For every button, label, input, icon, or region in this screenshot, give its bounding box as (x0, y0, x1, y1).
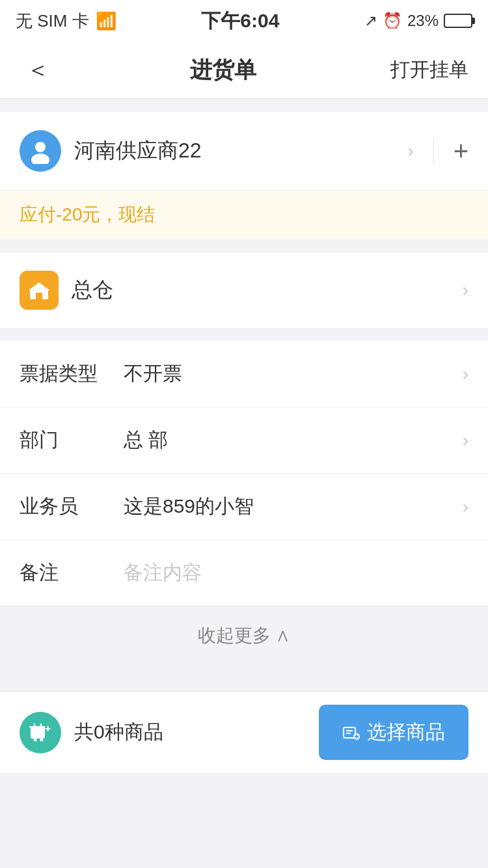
supplier-row[interactable]: 河南供应商22 › + (0, 112, 488, 191)
open-pending-button[interactable]: 打开挂单 (390, 57, 468, 83)
cart-icon: + (28, 720, 53, 745)
department-label: 部门 (20, 427, 111, 454)
alert-banner: 应付-20元，现结 (0, 191, 488, 239)
product-count-text: 共0种商品 (74, 719, 319, 746)
product-icon-bg: + (20, 712, 61, 753)
divider-2 (0, 239, 488, 252)
invoice-type-value: 不开票 (124, 360, 463, 387)
status-left: 无 SIM 卡 📶 (16, 10, 116, 33)
warehouse-icon (27, 278, 51, 302)
svg-point-1 (31, 154, 49, 164)
invoice-type-row[interactable]: 票据类型 不开票 › (0, 341, 488, 407)
invoice-type-chevron-icon: › (463, 364, 468, 385)
select-product-button[interactable]: 选择商品 (319, 705, 468, 760)
add-supplier-button[interactable]: + (454, 137, 468, 166)
remark-value[interactable]: 备注内容 (124, 560, 468, 586)
battery-percent: 23% (407, 12, 439, 30)
status-time: 下午6:04 (201, 8, 279, 34)
battery-icon (444, 14, 472, 28)
salesperson-row[interactable]: 业务员 这是859的小智 › (0, 473, 488, 539)
department-row[interactable]: 部门 总 部 › (0, 407, 488, 473)
back-button[interactable]: ＜ (20, 47, 56, 92)
svg-text:+: + (45, 723, 51, 734)
select-product-label: 选择商品 (367, 719, 445, 746)
supplier-chevron-icon: › (407, 141, 413, 161)
warehouse-section: 总仓 › (0, 252, 488, 328)
svg-marker-3 (29, 282, 49, 290)
collapse-row[interactable]: 收起更多 ∧ (0, 606, 488, 665)
supplier-name: 河南供应商22 (74, 137, 407, 165)
nav-bar: ＜ 进货单 打开挂单 (0, 42, 488, 99)
wifi-icon: 📶 (96, 11, 116, 31)
supplier-vertical-divider (433, 138, 434, 164)
alarm-icon: ⏰ (383, 12, 402, 30)
svg-point-0 (35, 142, 46, 152)
carrier-text: 无 SIM 卡 (16, 10, 89, 33)
salesperson-chevron-icon: › (463, 496, 468, 517)
form-section: 票据类型 不开票 › 部门 总 部 › 业务员 这是859的小智 › 备注 备注… (0, 341, 488, 606)
bottom-bar: + 共0种商品 选择商品 (0, 691, 488, 773)
divider-top (0, 99, 488, 112)
salesperson-label: 业务员 (20, 493, 111, 520)
salesperson-value: 这是859的小智 (124, 493, 463, 520)
remark-label: 备注 (20, 560, 111, 586)
warehouse-icon-bg (20, 271, 59, 310)
supplier-section: 河南供应商22 › + 应付-20元，现结 (0, 112, 488, 239)
status-bar: 无 SIM 卡 📶 下午6:04 ↗ ⏰ 23% (0, 0, 488, 42)
warehouse-name: 总仓 (72, 276, 463, 305)
location-icon: ↗ (364, 12, 377, 30)
svg-rect-5 (31, 727, 45, 739)
svg-point-8 (34, 738, 37, 741)
department-chevron-icon: › (463, 430, 468, 451)
svg-point-9 (40, 738, 44, 741)
divider-4 (0, 665, 488, 678)
collapse-label: 收起更多 ∧ (198, 623, 291, 648)
page-title: 进货单 (190, 55, 256, 85)
supplier-avatar (20, 130, 61, 172)
person-icon (27, 138, 53, 164)
svg-rect-4 (36, 293, 42, 299)
remark-row[interactable]: 备注 备注内容 (0, 539, 488, 606)
select-product-icon (342, 724, 360, 742)
warehouse-chevron-icon: › (463, 280, 468, 301)
invoice-type-label: 票据类型 (20, 360, 111, 387)
department-value: 总 部 (124, 427, 463, 454)
divider-3 (0, 328, 488, 341)
alert-text: 应付-20元，现结 (20, 204, 155, 224)
status-right: ↗ ⏰ 23% (364, 12, 472, 30)
warehouse-row[interactable]: 总仓 › (0, 252, 488, 328)
